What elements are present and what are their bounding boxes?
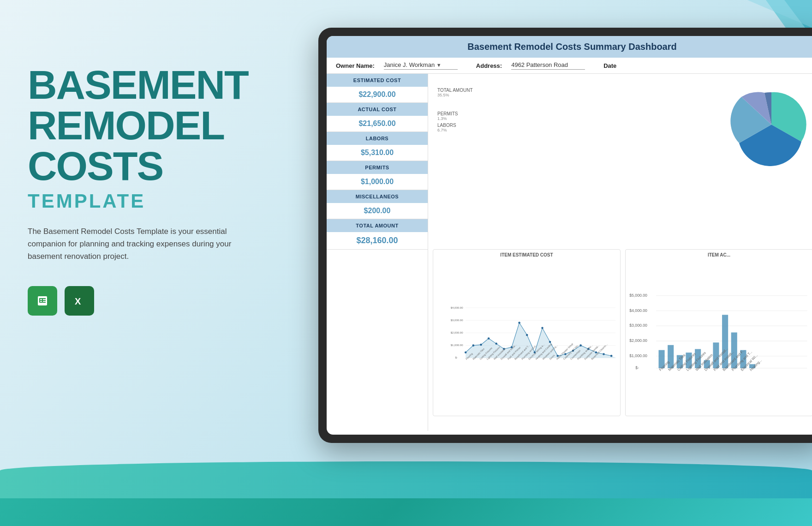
legend-labors: LABORS 6.7% — [437, 123, 473, 132]
stat-labors: LABORS $5,310.00 — [327, 132, 428, 161]
owner-value: Janice J. Workman ▼ — [384, 61, 458, 70]
stat-total-amount: TOTAL AMOUNT $28,160.00 — [327, 219, 428, 250]
stat-estimated-cost-label: ESTIMATED COST — [327, 74, 428, 87]
description: The Basement Remodel Costs Template is y… — [28, 225, 249, 263]
svg-point-33 — [541, 327, 543, 329]
svg-rect-9 — [42, 298, 43, 303]
charts-top: TOTAL AMOUNT 35.5% PERMITS 1.3% LABORS — [433, 78, 812, 245]
chart-actual-title: ITEM AC... — [628, 252, 810, 257]
svg-point-26 — [488, 337, 490, 340]
svg-point-42 — [610, 355, 613, 357]
chart-actual-svg: $5,000.00 $4,000.00 $3,000.00 $2,000.00 … — [628, 259, 810, 411]
dashboard-header: Basement Remodel Costs Summary Dashboard — [327, 36, 812, 58]
tablet-frame: Basement Remodel Costs Summary Dashboard… — [318, 28, 812, 443]
stat-permits-label: PERMITS — [327, 161, 428, 174]
dashboard: Basement Remodel Costs Summary Dashboard… — [327, 36, 812, 435]
legend-total-amount: TOTAL AMOUNT 35.5% — [437, 88, 473, 97]
stat-estimated-cost-value: $22,900.00 — [327, 87, 428, 102]
svg-point-38 — [579, 344, 582, 347]
pie-chart-svg — [693, 83, 812, 166]
stat-permits: PERMITS $1,000.00 — [327, 161, 428, 190]
address-label: Address: — [476, 62, 502, 69]
svg-text:$1,000.00: $1,000.00 — [451, 344, 463, 347]
svg-point-30 — [518, 322, 520, 324]
svg-text:$2,000.00: $2,000.00 — [629, 338, 647, 343]
stat-total-amount-label: TOTAL AMOUNT — [327, 219, 428, 232]
tablet-screen: Basement Remodel Costs Summary Dashboard… — [327, 36, 812, 435]
deco-bottom-curve — [0, 461, 812, 498]
pie-section: TOTAL AMOUNT 35.5% PERMITS 1.3% LABORS — [433, 78, 812, 245]
tablet-wrapper: Basement Remodel Costs Summary Dashboard… — [318, 28, 812, 443]
svg-text:$-: $- — [635, 365, 639, 370]
dashboard-title: Basement Remodel Costs Summary Dashboard — [467, 42, 676, 52]
stat-estimated-cost: ESTIMATED COST $22,900.00 — [327, 74, 428, 103]
svg-text:$-: $- — [455, 356, 458, 359]
chart-estimated-title: ITEM ESTIMATED COST — [436, 252, 617, 257]
stat-actual-cost: ACTUAL COST $21,650.00 — [327, 103, 428, 132]
stat-actual-cost-label: ACTUAL COST — [327, 103, 428, 116]
svg-text:$3,000.00: $3,000.00 — [451, 319, 463, 322]
svg-point-25 — [480, 344, 482, 346]
legend-permits: PERMITS 1.3% — [437, 111, 473, 121]
app-icons-row: X — [28, 286, 268, 316]
chart-estimated-svg: $4,000.00 $3,000.00 $2,000.00 $1,000.00 … — [436, 259, 617, 411]
pie-legend: TOTAL AMOUNT 35.5% PERMITS 1.3% LABORS — [437, 88, 473, 134]
charts-bottom: ITEM ESTIMATED COST $4,000.00 $3,000.00 … — [433, 249, 812, 416]
charts-area: TOTAL AMOUNT 35.5% PERMITS 1.3% LABORS — [428, 74, 812, 431]
svg-text:$4,000.00: $4,000.00 — [629, 308, 647, 313]
dashboard-body: ESTIMATED COST $22,900.00 ACTUAL COST $2… — [327, 74, 812, 431]
svg-point-24 — [472, 344, 475, 347]
excel-icon[interactable]: X — [65, 286, 94, 316]
stat-actual-cost-value: $21,650.00 — [327, 116, 428, 132]
chart-actual-cost: ITEM AC... $5,000.00 $4,000.00 $3,000.00… — [625, 249, 812, 416]
svg-rect-8 — [39, 298, 40, 303]
svg-point-31 — [526, 334, 528, 336]
svg-marker-2 — [747, 0, 812, 28]
svg-text:$1,000.00: $1,000.00 — [629, 353, 647, 358]
stat-labors-value: $5,310.00 — [327, 145, 428, 161]
left-content: BASEMENT REMODEL COSTS TEMPLATE The Base… — [28, 65, 268, 316]
svg-text:$2,000.00: $2,000.00 — [451, 331, 463, 334]
stat-miscellaneos: MISCELLANEOS $200.00 — [327, 190, 428, 219]
svg-point-34 — [549, 341, 551, 343]
svg-point-27 — [495, 342, 497, 345]
svg-text:$3,000.00: $3,000.00 — [629, 323, 647, 328]
chart-estimated-cost: ITEM ESTIMATED COST $4,000.00 $3,000.00 … — [433, 249, 621, 416]
stat-permits-value: $1,000.00 — [327, 174, 428, 190]
subtitle: TEMPLATE — [28, 190, 268, 212]
google-sheets-icon[interactable] — [28, 286, 57, 316]
dashboard-info-row: Owner Name: Janice J. Workman ▼ Address:… — [327, 58, 812, 74]
address-value: 4962 Patterson Road — [511, 61, 585, 70]
main-title: BASEMENT REMODEL COSTS — [28, 65, 268, 186]
stats-panel: ESTIMATED COST $22,900.00 ACTUAL COST $2… — [327, 74, 428, 431]
stat-miscellaneos-value: $200.00 — [327, 203, 428, 219]
svg-point-23 — [465, 351, 467, 353]
stat-miscellaneos-label: MISCELLANEOS — [327, 190, 428, 203]
date-label: Date — [603, 62, 616, 69]
owner-label: Owner Name: — [336, 62, 375, 69]
svg-text:$5,000.00: $5,000.00 — [629, 293, 647, 298]
svg-text:$4,000.00: $4,000.00 — [451, 306, 463, 309]
stat-total-amount-value: $28,160.00 — [327, 232, 428, 249]
svg-point-41 — [603, 353, 605, 355]
svg-text:X: X — [75, 296, 81, 306]
stat-labors-label: LABORS — [327, 132, 428, 145]
